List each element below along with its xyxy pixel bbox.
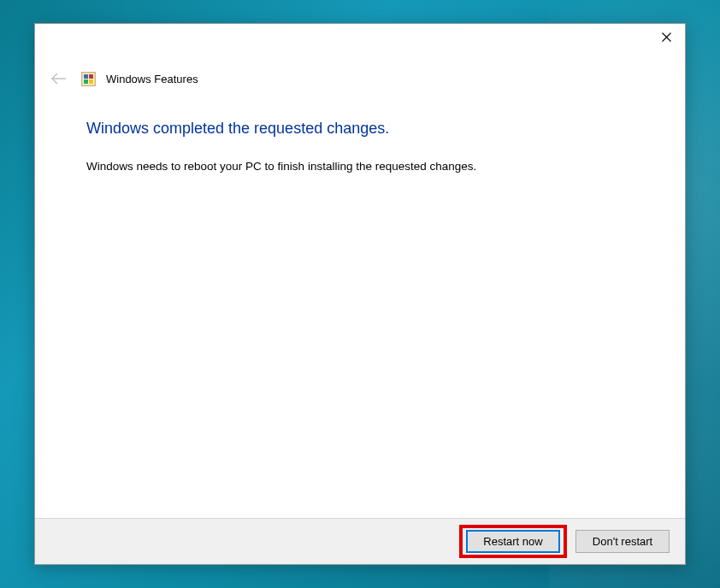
dialog-heading: Windows completed the requested changes. <box>86 120 651 138</box>
close-button[interactable] <box>647 24 685 50</box>
dialog-title: Windows Features <box>106 73 198 85</box>
header-row: Windows Features <box>35 62 685 91</box>
dont-restart-button[interactable]: Don't restart <box>575 530 670 553</box>
svg-rect-7 <box>84 79 88 84</box>
button-bar: Restart now Don't restart <box>35 518 685 564</box>
svg-rect-5 <box>84 74 88 79</box>
back-button <box>47 67 71 91</box>
svg-rect-8 <box>89 79 93 84</box>
titlebar <box>35 24 685 58</box>
annotation-highlight: Restart now <box>459 525 567 558</box>
dialog-content: Windows completed the requested changes.… <box>35 91 685 518</box>
back-arrow-icon <box>50 73 68 85</box>
svg-rect-6 <box>89 74 93 79</box>
close-icon <box>662 32 671 42</box>
dialog-body-text: Windows needs to reboot your PC to finis… <box>86 160 651 173</box>
windows-features-icon <box>81 72 96 86</box>
restart-now-button[interactable]: Restart now <box>466 530 560 553</box>
windows-features-dialog: Windows Features Windows completed the r… <box>34 23 686 565</box>
